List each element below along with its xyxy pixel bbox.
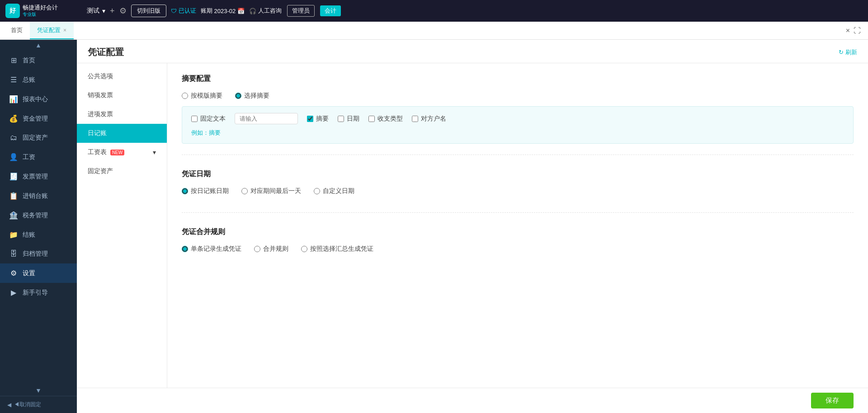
summary-option-select[interactable]: 选择摘要 [235, 92, 269, 100]
company-name: 测试 [87, 7, 99, 15]
sidebar-item-guide-label: 新手引导 [23, 289, 48, 297]
summary-checkbox[interactable] [307, 116, 313, 122]
merge-merge-radio[interactable] [254, 246, 260, 252]
report-icon: 📊 [9, 95, 18, 103]
left-nav-fixed-asset[interactable]: 固定资产 [77, 162, 167, 181]
sidebar-item-archive[interactable]: 🗄 归档管理 [0, 244, 77, 263]
header-settings-button[interactable]: ⚙ [119, 6, 127, 16]
date-option-custom[interactable]: 自定义日期 [314, 187, 354, 195]
income-type-checkbox[interactable] [368, 116, 375, 122]
sidebar-item-settings-label: 设置 [23, 269, 35, 277]
content-header: 凭证配置 ↻ 刷新 [77, 40, 868, 63]
logo-text: 畅捷通好会计 [23, 4, 58, 12]
date-custom-radio[interactable] [314, 188, 320, 194]
summary-checkbox-option[interactable]: 摘要 [307, 115, 329, 123]
accountant-button[interactable]: 会计 [320, 5, 341, 16]
summary-template-radio[interactable] [182, 93, 188, 99]
merge-summary-gen-radio[interactable] [301, 246, 307, 252]
sidebar-item-guide[interactable]: ▶ 新手引导 [0, 283, 77, 302]
sidebar-scroll-up-button[interactable]: ▲ [35, 42, 42, 49]
sidebar-item-home-label: 首页 [23, 56, 35, 65]
sidebar-item-ledger-label: 总账 [23, 76, 35, 84]
sidebar-item-close[interactable]: 📁 结账 [0, 225, 77, 244]
date-period-last-radio[interactable] [241, 188, 248, 194]
date-checkbox[interactable] [338, 116, 344, 122]
save-button[interactable]: 保存 [811, 393, 854, 408]
left-nav-sales-invoice[interactable]: 销项发票 [77, 86, 167, 105]
close-period-icon: 📁 [9, 230, 18, 239]
company-selector[interactable]: 测试 ▾ [87, 7, 105, 15]
sidebar-item-invoice[interactable]: 🧾 发票管理 [0, 167, 77, 186]
sidebar: ▲ ⊞ 首页 ☰ 总账 📊 报表中心 💰 资金管理 🗂 固定资产 [0, 40, 77, 413]
tab-voucher-config[interactable]: 凭证配置 × [30, 22, 74, 39]
admin-button[interactable]: 管理员 [287, 5, 315, 17]
tab-close-icon[interactable]: × [63, 27, 66, 33]
shield-icon: 🛡 [171, 8, 177, 14]
chevron-down-icon: ▾ [102, 7, 105, 14]
sidebar-item-asset[interactable]: 🗂 固定资产 [0, 128, 77, 147]
fund-icon: 💰 [9, 114, 18, 123]
add-company-button[interactable]: + [110, 6, 115, 16]
sidebar-item-home[interactable]: ⊞ 首页 [0, 51, 77, 70]
merge-single-radio[interactable] [182, 246, 188, 252]
ledger-icon: ☰ [9, 75, 18, 84]
header-right: 🎧 人工咨询 管理员 会计 [249, 5, 341, 17]
sidebar-item-ledger[interactable]: ☰ 总账 [0, 70, 77, 89]
config-content: 摘要配置 按模版摘要 选择摘要 [167, 63, 868, 388]
sidebar-pin[interactable]: ◀ ◀取消固定 [0, 396, 77, 413]
refresh-button[interactable]: ↻ 刷新 [839, 48, 857, 56]
merge-option-summary-gen[interactable]: 按照选择汇总生成凭证 [301, 245, 373, 253]
date-section: 凭证日期 按日记账日期 对应期间最后一天 自定义日期 [182, 169, 854, 213]
tab-home[interactable]: 首页 [4, 22, 30, 39]
fixed-text-checkbox-option[interactable]: 固定文本 [191, 115, 226, 123]
sidebar-item-report-label: 报表中心 [23, 95, 48, 103]
pin-label: ◀取消固定 [14, 401, 41, 408]
switch-old-version-button[interactable]: 切到旧版 [131, 5, 166, 17]
human-service-link[interactable]: 🎧 人工咨询 [249, 7, 282, 15]
merge-option-merge[interactable]: 合并规则 [254, 245, 288, 253]
summary-select-radio[interactable] [235, 93, 241, 99]
inner-layout: 公共选项 销项发票 进项发票 日记账 工资表 NEW ▾ [77, 63, 868, 388]
merge-option-single[interactable]: 单条记录生成凭证 [182, 245, 241, 253]
sidebar-scroll-down-button[interactable]: ▼ [35, 387, 42, 394]
tab-voucher-config-label: 凭证配置 [37, 26, 61, 34]
certified-badge: 🛡 已认证 [171, 7, 196, 15]
fullscreen-button[interactable]: ⛶ [854, 27, 861, 35]
left-nav-purchase-invoice[interactable]: 进项发票 [77, 105, 167, 124]
calendar-icon[interactable]: 📅 [237, 8, 245, 14]
income-type-checkbox-option[interactable]: 收支类型 [368, 115, 403, 123]
sidebar-item-sales[interactable]: 📋 进销台账 [0, 186, 77, 206]
left-nav-journal[interactable]: 日记账 [77, 124, 167, 143]
left-nav-public[interactable]: 公共选项 [77, 67, 167, 86]
date-checkbox-option[interactable]: 日期 [338, 115, 359, 123]
archive-icon: 🗄 [9, 250, 18, 258]
sidebar-item-invoice-label: 发票管理 [23, 173, 48, 181]
date-journal-radio[interactable] [182, 188, 188, 194]
sidebar-item-archive-label: 归档管理 [23, 250, 48, 258]
sidebar-item-settings[interactable]: ⚙ 设置 [0, 263, 77, 283]
close-tab-button[interactable]: × [846, 27, 850, 35]
logo-icon: 好 [5, 4, 20, 18]
date-option-journal[interactable]: 按日记账日期 [182, 187, 229, 195]
sidebar-item-fund[interactable]: 💰 资金管理 [0, 109, 77, 128]
summary-option-template[interactable]: 按模版摘要 [182, 92, 222, 100]
sidebar-item-report[interactable]: 📊 报表中心 [0, 89, 77, 109]
fixed-text-checkbox[interactable] [191, 116, 198, 122]
counterpart-checkbox-option[interactable]: 对方户名 [412, 115, 446, 123]
sidebar-item-close-label: 结账 [23, 231, 35, 239]
date-option-period-last[interactable]: 对应期间最后一天 [241, 187, 301, 195]
summary-section: 摘要配置 按模版摘要 选择摘要 [182, 74, 854, 155]
date-radio-group: 按日记账日期 对应期间最后一天 自定义日期 [182, 187, 854, 195]
fixed-text-input[interactable] [235, 113, 298, 124]
sidebar-item-tax[interactable]: 🏦 税务管理 [0, 206, 77, 225]
salary-icon: 👤 [9, 153, 18, 161]
sidebar-item-fund-label: 资金管理 [23, 115, 48, 123]
left-nav: 公共选项 销项发票 进项发票 日记账 工资表 NEW ▾ [77, 63, 167, 388]
left-nav-payroll[interactable]: 工资表 NEW ▾ [77, 143, 167, 162]
invoice-icon: 🧾 [9, 172, 18, 181]
sidebar-item-salary[interactable]: 👤 工资 [0, 147, 77, 167]
counterpart-checkbox[interactable] [412, 116, 418, 122]
sidebar-scroll-down-area: ▼ [0, 385, 77, 396]
sidebar-item-salary-label: 工资 [23, 153, 35, 161]
sidebar-item-tax-label: 税务管理 [23, 211, 48, 220]
